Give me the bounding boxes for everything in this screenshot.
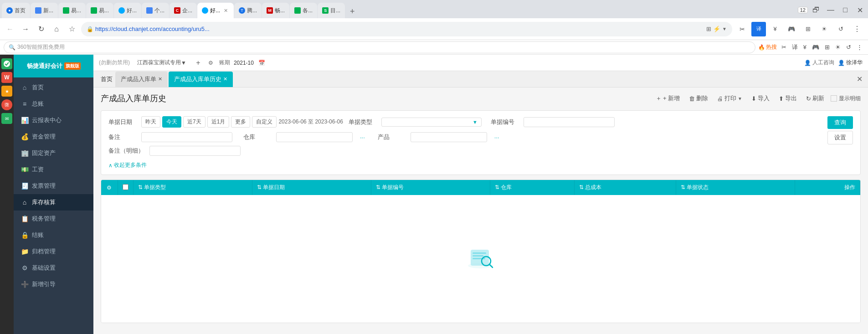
calendar-button[interactable]: 📅: [257, 58, 267, 67]
brightness-tool[interactable]: ☀: [833, 43, 842, 51]
bookmark-button[interactable]: ☆: [66, 23, 78, 36]
product-input[interactable]: [411, 132, 487, 142]
sidebar-item-inventory[interactable]: ⌂ 库存核算: [14, 194, 93, 211]
col-settings[interactable]: ⚙: [101, 180, 118, 195]
col-bill-number[interactable]: ⇅ 单据编号: [371, 180, 490, 195]
apps-tool[interactable]: ⊞: [823, 43, 832, 51]
sidebar-item-tax[interactable]: 📋 税务管理: [14, 211, 93, 227]
collapse-button[interactable]: ∧ 收起更多条件: [108, 161, 853, 169]
home-button[interactable]: ⌂: [50, 23, 63, 36]
query-button[interactable]: 查询: [827, 116, 853, 129]
app-icon-3[interactable]: ★: [1, 86, 12, 97]
scissors-tool[interactable]: ✂: [735, 22, 750, 36]
add-company-button[interactable]: +: [194, 58, 203, 67]
warehouse-input[interactable]: [276, 132, 353, 142]
tab-count[interactable]: 12: [798, 7, 808, 13]
history-tab-close[interactable]: ✕: [223, 76, 227, 82]
game-tool2[interactable]: 🎮: [810, 43, 821, 51]
list-tab-close[interactable]: ✕: [158, 76, 162, 82]
search-input[interactable]: 🔍 360智能抠图免费用: [4, 41, 755, 53]
col-bill-status[interactable]: ⇅ 单据状态: [676, 180, 795, 195]
tab-3[interactable]: 易...: [58, 3, 86, 18]
back-button[interactable]: ←: [4, 23, 16, 36]
1month-btn[interactable]: 近1月: [207, 116, 230, 128]
page-close-button[interactable]: ✕: [857, 75, 863, 83]
app-icon-4[interactable]: 微: [1, 99, 12, 110]
close-window-button[interactable]: ✕: [853, 4, 866, 16]
tab-close-8[interactable]: ✕: [222, 7, 229, 14]
more-tool2[interactable]: ⋮: [855, 43, 864, 51]
col-total-cost[interactable]: ⇅ 总成本: [575, 180, 676, 195]
sidebar-item-reports[interactable]: 📊 云报表中心: [14, 112, 93, 128]
export-button[interactable]: ⬆ 导出: [776, 93, 800, 104]
yuan-tool[interactable]: ¥: [768, 22, 782, 36]
new-button[interactable]: ＋ + 新增: [653, 93, 683, 104]
sidebar-item-base[interactable]: ⚙ 基础设置: [14, 260, 93, 276]
sidebar-item-wages[interactable]: 💵 工资: [14, 161, 93, 178]
sidebar-item-home[interactable]: ⌂ 首页: [14, 79, 93, 96]
sidebar-item-closing[interactable]: 🔒 结账: [14, 227, 93, 243]
note-detail-input[interactable]: [149, 146, 241, 156]
new-tab-button[interactable]: +: [345, 5, 359, 18]
tab-8[interactable]: 好... ✕: [197, 3, 234, 18]
tr-tool[interactable]: 译: [790, 42, 800, 52]
company-selector[interactable]: 江西葆宝测试专用 ▼: [134, 57, 190, 68]
sidebar-item-ledger[interactable]: ≡ 总账: [14, 96, 93, 112]
product-dots[interactable]: ···: [493, 134, 501, 141]
game-tool[interactable]: 🎮: [784, 22, 799, 36]
tab-6[interactable]: 个...: [142, 3, 169, 18]
service-button[interactable]: 👤 人工咨询: [804, 59, 834, 67]
sidebar-item-archive[interactable]: 📁 归档管理: [14, 243, 93, 260]
col-checkbox[interactable]: [118, 180, 133, 195]
col-bill-date[interactable]: ⇅ 单据日期: [252, 180, 371, 195]
tab-10[interactable]: M 畅...: [262, 3, 289, 18]
minimize-button[interactable]: —: [824, 4, 837, 16]
print-button[interactable]: 🖨 打印 ▼: [714, 93, 745, 104]
tab-1[interactable]: ● 首页: [2, 3, 30, 18]
app-icon-5[interactable]: ✉: [1, 113, 12, 124]
maximize-button[interactable]: □: [839, 4, 852, 16]
app-icon-1[interactable]: [1, 58, 12, 69]
sidebar-item-fixed[interactable]: 🏢 固定资产: [14, 145, 93, 161]
custom-btn[interactable]: 自定义: [252, 116, 277, 128]
tab-9[interactable]: T 腾...: [234, 3, 262, 18]
sidebar-item-newbill[interactable]: ➕ 新增引导: [14, 276, 93, 293]
yesterday-btn[interactable]: 昨天: [141, 116, 160, 128]
today-btn[interactable]: 今天: [162, 116, 181, 128]
refresh-button[interactable]: ↻: [35, 23, 47, 36]
type-select[interactable]: ▼: [381, 118, 482, 127]
more-tool[interactable]: ⋮: [850, 22, 864, 36]
col-warehouse[interactable]: ⇅ 仓库: [490, 180, 574, 195]
translate-tool[interactable]: 译: [751, 22, 766, 36]
forward-button[interactable]: →: [19, 23, 32, 36]
settings-button[interactable]: ⚙: [206, 58, 216, 67]
delete-button[interactable]: 🗑 删除: [686, 93, 711, 104]
tab-5[interactable]: 好...: [114, 3, 141, 18]
undo-tool[interactable]: ↺: [844, 43, 853, 51]
hot-search[interactable]: 🔥 热搜: [758, 43, 777, 51]
breadcrumb-home[interactable]: 首页: [99, 72, 114, 87]
tab-11[interactable]: 各...: [290, 3, 317, 18]
sidebar-item-invoice[interactable]: 🧾 发票管理: [14, 178, 93, 194]
settings-query-button[interactable]: 设置: [827, 131, 853, 144]
tab-7[interactable]: C 企...: [169, 3, 197, 18]
grid-view-tool[interactable]: ⊞: [801, 22, 815, 36]
sidebar-item-funds[interactable]: 💰 资金管理: [14, 128, 93, 145]
app-icon-2[interactable]: W: [1, 72, 12, 83]
import-button[interactable]: ⬇ 导入: [749, 93, 772, 104]
user-button[interactable]: 👤 徐泽华: [838, 59, 863, 67]
tab-12[interactable]: S 目...: [318, 3, 345, 18]
show-detail-checkbox[interactable]: [831, 95, 837, 102]
history-tool[interactable]: ↺: [833, 22, 848, 36]
theme-tool[interactable]: ☀: [817, 22, 832, 36]
refresh-button[interactable]: ↻ 刷新: [803, 93, 827, 104]
cut-tool[interactable]: ✂: [780, 43, 788, 51]
breadcrumb-tab-history[interactable]: 产成品入库单历史 ✕: [169, 72, 233, 87]
note-input[interactable]: [141, 132, 232, 142]
breadcrumb-tab-list[interactable]: 产成品入库单 ✕: [115, 72, 168, 87]
col-bill-type[interactable]: ⇅ 单据类型: [133, 180, 252, 195]
number-input[interactable]: [524, 117, 615, 127]
7days-btn[interactable]: 近7天: [183, 116, 205, 128]
more-btn[interactable]: 更多: [231, 116, 250, 128]
tab-2[interactable]: 新...: [31, 3, 58, 18]
